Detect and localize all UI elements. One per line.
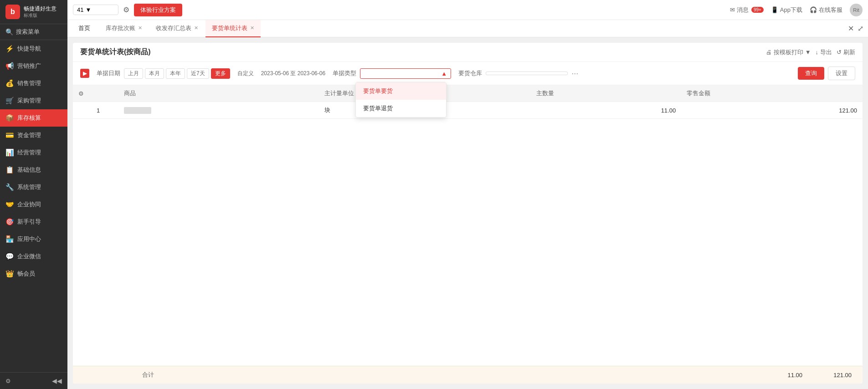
message-btn[interactable]: ✉ 消息 99+ xyxy=(730,6,764,14)
row-index: 1 xyxy=(91,102,118,119)
online-service-btn[interactable]: 🎧 在线客服 xyxy=(810,6,842,14)
expand-icon[interactable]: ⤢ xyxy=(858,24,863,33)
logo-icon: b xyxy=(5,5,20,19)
tab-home[interactable]: 首页 xyxy=(72,20,97,37)
tab-close-icon[interactable]: ✕ xyxy=(194,25,198,31)
dropdown-item-order-return[interactable]: 要货单退货 xyxy=(356,100,446,117)
type-dropdown-trigger[interactable]: ▲ xyxy=(360,68,451,79)
warehouse-filter-group: 要货仓库 ··· xyxy=(458,69,578,78)
sidebar-item-system[interactable]: 🔧 系统管理 xyxy=(0,179,67,196)
tab-close-icon[interactable]: ✕ xyxy=(250,25,254,31)
marketing-icon: 📢 xyxy=(5,62,14,70)
table-row: 1 块 11.00 121.00 xyxy=(73,102,863,119)
guide-icon: 🎯 xyxy=(5,218,14,226)
tab-inventory-batch[interactable]: 库存批次账 ✕ xyxy=(99,20,149,37)
main: 41 ▼ ⚙ 体验行业方案 ✉ 消息 99+ 📱 App下载 🎧 在线客服 Ri… xyxy=(67,0,868,389)
settings-icon[interactable]: ⚙ xyxy=(5,378,11,384)
col-quantity: 主数量 xyxy=(531,85,681,102)
last-month-btn[interactable]: 上月 xyxy=(124,68,143,79)
sidebar-item-label: 库存核算 xyxy=(17,114,41,122)
sidebar-item-enterprise[interactable]: 🤝 企业协同 xyxy=(0,196,67,213)
refresh-label: 刷新 xyxy=(843,48,855,56)
sidebar-item-label: 营销推广 xyxy=(17,62,41,70)
warehouse-dropdown[interactable] xyxy=(486,72,568,75)
enterprise-icon: 🤝 xyxy=(5,200,14,209)
sidebar-item-label: 企业协同 xyxy=(17,200,41,209)
sidebar-item-guide[interactable]: 🎯 新手引导 xyxy=(0,213,67,230)
sidebar-item-quick-nav[interactable]: ⚡ 快捷导航 xyxy=(0,40,67,57)
search-icon: 🔍 xyxy=(5,28,13,36)
sidebar-collapse-btn[interactable]: ◀◀ xyxy=(52,377,62,384)
store-number: 41 xyxy=(77,6,83,13)
sidebar-item-label: 新手引导 xyxy=(17,218,41,226)
search-menu[interactable]: 🔍 搜索菜单 xyxy=(0,24,67,40)
dropdown-item-order-goods[interactable]: 要货单要货 xyxy=(356,82,446,100)
print-btn[interactable]: 🖨 按模板打印 ▼ xyxy=(766,48,811,56)
tab-home-label: 首页 xyxy=(78,24,90,32)
inventory-icon: 📦 xyxy=(5,114,14,122)
print-label: 按模板打印 xyxy=(774,48,803,56)
sales-icon: 💰 xyxy=(5,79,14,87)
sidebar-item-wechat[interactable]: 💬 企业微信 xyxy=(0,248,67,265)
sidebar-bottom: ⚙ ◀◀ xyxy=(0,372,67,389)
tab-label: 要货单统计表 xyxy=(212,24,247,32)
tab-close-icon[interactable]: ✕ xyxy=(138,25,142,31)
sidebar-item-finance[interactable]: 💳 资金管理 xyxy=(0,127,67,144)
footer-amount: 121.00 xyxy=(802,372,857,379)
table-container: ⚙ 商品 主计量单位 主数量 零售金额 1 xyxy=(73,85,863,366)
type-filter-label: 单据类型 xyxy=(333,69,356,77)
sidebar-nav: ⚡ 快捷导航 📢 营销推广 💰 销售管理 🛒 采购管理 📦 库存核算 💳 资金管… xyxy=(0,40,67,372)
custom-date-btn[interactable]: 自定义 xyxy=(234,69,257,78)
sidebar-item-inventory[interactable]: 📦 库存核算 xyxy=(0,109,67,127)
filter-expand-btn[interactable]: ▶ xyxy=(80,69,89,78)
export-icon: ↓ xyxy=(816,49,819,56)
app-download-btn[interactable]: 📱 App下载 xyxy=(771,6,802,14)
sidebar-item-appstore[interactable]: 🏪 应用中心 xyxy=(0,230,67,248)
date-filter-group: 单据日期 上月 本月 本年 近7天 更多 自定义 2023-05-06 至 20… xyxy=(97,68,325,79)
sidebar-item-vip[interactable]: 👑 畅会员 xyxy=(0,265,67,282)
export-btn[interactable]: ↓ 导出 xyxy=(816,48,832,56)
row-quantity: 11.00 xyxy=(531,102,681,119)
sidebar-item-purchase[interactable]: 🛒 采购管理 xyxy=(0,92,67,109)
col-amount: 零售金额 xyxy=(681,85,863,102)
this-month-btn[interactable]: 本月 xyxy=(145,68,164,79)
tabbar-actions: ✕ ⤢ xyxy=(848,24,868,33)
topbar-right: ✉ 消息 99+ 📱 App下载 🎧 在线客服 Rit xyxy=(730,4,863,16)
sidebar-item-label: 应用中心 xyxy=(17,235,41,243)
caret-up-icon: ▲ xyxy=(441,70,447,77)
type-filter-group: 单据类型 ▲ 要货单要货 要货单退货 xyxy=(333,68,451,79)
tab-label: 收发存汇总表 xyxy=(156,24,191,32)
store-selector[interactable]: 41 ▼ xyxy=(73,5,118,15)
column-settings-icon[interactable]: ⚙ xyxy=(78,90,84,97)
query-btn[interactable]: 查询 xyxy=(798,67,824,80)
operation-icon: 📊 xyxy=(5,148,14,157)
close-all-tabs-icon[interactable]: ✕ xyxy=(848,24,854,33)
trial-btn[interactable]: 体验行业方案 xyxy=(134,4,182,16)
settings-btn[interactable]: 设置 xyxy=(828,67,855,80)
sidebar-item-label: 快捷导航 xyxy=(17,45,41,53)
refresh-icon: ↺ xyxy=(837,49,842,56)
this-year-btn[interactable]: 本年 xyxy=(166,68,185,79)
user-name: Rit xyxy=(853,7,859,13)
user-avatar[interactable]: Rit xyxy=(850,4,863,16)
sidebar-item-label: 基础信息 xyxy=(17,166,41,174)
filter-more-options[interactable]: ··· xyxy=(571,69,578,78)
more-dates-btn[interactable]: 更多 xyxy=(211,68,230,79)
col-index xyxy=(91,85,118,102)
refresh-btn[interactable]: ↺ 刷新 xyxy=(837,48,855,56)
print-icon: 🖨 xyxy=(766,49,772,56)
sidebar-item-marketing[interactable]: 📢 营销推广 xyxy=(0,57,67,75)
footer-values: 11.00 121.00 xyxy=(565,372,857,379)
col-settings[interactable]: ⚙ xyxy=(73,85,91,102)
sidebar-item-basic[interactable]: 📋 基础信息 xyxy=(0,161,67,179)
message-label: 消息 xyxy=(737,6,749,14)
sidebar-item-operation[interactable]: 📊 经营管理 xyxy=(0,144,67,161)
tab-label: 库存批次账 xyxy=(106,24,135,32)
last-7days-btn[interactable]: 近7天 xyxy=(187,68,209,79)
tab-order-stats[interactable]: 要货单统计表 ✕ xyxy=(205,20,261,37)
topbar-settings-icon[interactable]: ⚙ xyxy=(123,5,129,14)
sidebar-item-sales[interactable]: 💰 销售管理 xyxy=(0,75,67,92)
tab-receipt-summary[interactable]: 收发存汇总表 ✕ xyxy=(149,20,205,37)
page-header-actions: 🖨 按模板打印 ▼ ↓ 导出 ↺ 刷新 xyxy=(766,48,855,56)
sidebar-item-label: 企业微信 xyxy=(17,252,41,261)
